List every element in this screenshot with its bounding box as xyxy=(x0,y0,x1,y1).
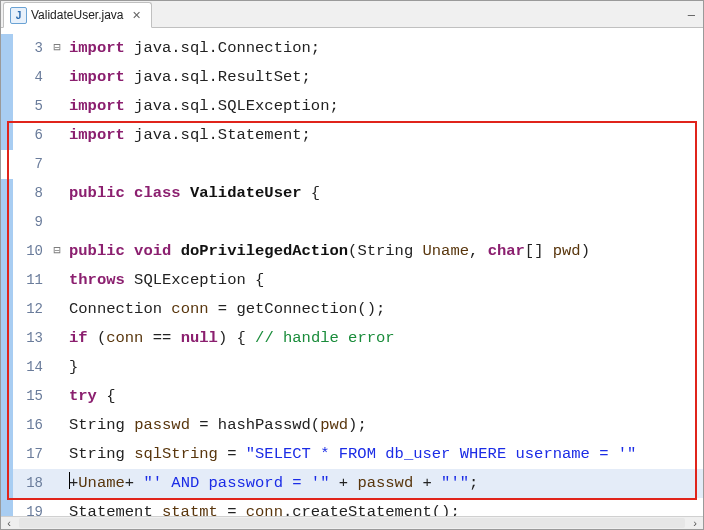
change-marker xyxy=(1,34,13,63)
line-number: 6 xyxy=(13,121,49,150)
code-line[interactable]: 9 xyxy=(1,208,703,237)
code-line[interactable]: 8public class ValidateUser { xyxy=(1,179,703,208)
code-line[interactable]: 13if (conn == null) { // handle error xyxy=(1,324,703,353)
line-number: 3 xyxy=(13,34,49,63)
fold-icon[interactable]: ⊟ xyxy=(49,34,65,63)
change-marker xyxy=(1,411,13,440)
code-line[interactable]: 14} xyxy=(1,353,703,382)
line-number: 18 xyxy=(13,469,49,498)
line-number: 11 xyxy=(13,266,49,295)
code-text[interactable]: throws SQLException { xyxy=(65,266,703,295)
line-number: 16 xyxy=(13,411,49,440)
line-number: 17 xyxy=(13,440,49,469)
scrollbar-track[interactable] xyxy=(19,518,685,528)
code-text[interactable]: public void doPrivilegedAction(String Un… xyxy=(65,237,703,266)
code-line[interactable]: 4import java.sql.ResultSet; xyxy=(1,63,703,92)
minimize-icon[interactable]: – xyxy=(688,7,695,22)
change-marker xyxy=(1,498,13,516)
scroll-right-icon[interactable]: › xyxy=(687,517,703,529)
code-text[interactable]: +Uname+ "' AND password = '" + passwd + … xyxy=(65,469,703,498)
change-marker xyxy=(1,237,13,266)
java-file-icon: J xyxy=(10,7,27,24)
code-text[interactable]: import java.sql.Statement; xyxy=(65,121,703,150)
code-line[interactable]: 18+Uname+ "' AND password = '" + passwd … xyxy=(1,469,703,498)
line-number: 7 xyxy=(13,150,49,179)
line-number: 13 xyxy=(13,324,49,353)
line-number: 12 xyxy=(13,295,49,324)
change-marker xyxy=(1,353,13,382)
code-line[interactable]: 15try { xyxy=(1,382,703,411)
line-number: 9 xyxy=(13,208,49,237)
code-text[interactable]: String sqlString = "SELECT * FROM db_use… xyxy=(65,440,703,469)
code-line[interactable]: 7 xyxy=(1,150,703,179)
code-text[interactable]: } xyxy=(65,353,703,382)
change-marker xyxy=(1,63,13,92)
change-marker xyxy=(1,92,13,121)
line-number: 4 xyxy=(13,63,49,92)
line-number: 14 xyxy=(13,353,49,382)
change-marker xyxy=(1,150,13,179)
code-text[interactable]: if (conn == null) { // handle error xyxy=(65,324,703,353)
change-marker xyxy=(1,266,13,295)
code-text[interactable]: import java.sql.Connection; xyxy=(65,34,703,63)
code-text[interactable]: String passwd = hashPasswd(pwd); xyxy=(65,411,703,440)
code-text[interactable]: Connection conn = getConnection(); xyxy=(65,295,703,324)
horizontal-scrollbar[interactable]: ‹ › xyxy=(1,516,703,529)
editor-window: J ValidateUser.java ✕ – 3⊟import java.sq… xyxy=(0,0,704,530)
code-line[interactable]: 6import java.sql.Statement; xyxy=(1,121,703,150)
code-text[interactable]: try { xyxy=(65,382,703,411)
change-marker xyxy=(1,295,13,324)
code-editor[interactable]: 3⊟import java.sql.Connection;4import jav… xyxy=(1,28,703,516)
code-text[interactable]: public class ValidateUser { xyxy=(65,179,703,208)
change-marker xyxy=(1,324,13,353)
change-marker xyxy=(1,469,13,498)
change-marker xyxy=(1,179,13,208)
code-text[interactable]: import java.sql.ResultSet; xyxy=(65,63,703,92)
change-marker xyxy=(1,208,13,237)
code-line[interactable]: 17String sqlString = "SELECT * FROM db_u… xyxy=(1,440,703,469)
code-line[interactable]: 10⊟ public void doPrivilegedAction(Strin… xyxy=(1,237,703,266)
tab-validateuser[interactable]: J ValidateUser.java ✕ xyxy=(3,2,152,28)
line-number: 8 xyxy=(13,179,49,208)
fold-icon[interactable]: ⊟ xyxy=(49,237,65,266)
code-text[interactable]: import java.sql.SQLException; xyxy=(65,92,703,121)
close-icon[interactable]: ✕ xyxy=(132,9,141,22)
change-marker xyxy=(1,440,13,469)
line-number: 10 xyxy=(13,237,49,266)
code-line[interactable]: 19Statement statmt = conn.createStatemen… xyxy=(1,498,703,516)
code-line[interactable]: 11throws SQLException { xyxy=(1,266,703,295)
tab-bar: J ValidateUser.java ✕ – xyxy=(1,1,703,28)
change-marker xyxy=(1,121,13,150)
tab-filename: ValidateUser.java xyxy=(31,8,124,22)
line-number: 5 xyxy=(13,92,49,121)
scroll-left-icon[interactable]: ‹ xyxy=(1,517,17,529)
line-number: 15 xyxy=(13,382,49,411)
code-line[interactable]: 3⊟import java.sql.Connection; xyxy=(1,34,703,63)
code-line[interactable]: 16String passwd = hashPasswd(pwd); xyxy=(1,411,703,440)
code-line[interactable]: 5import java.sql.SQLException; xyxy=(1,92,703,121)
change-marker xyxy=(1,382,13,411)
code-line[interactable]: 12Connection conn = getConnection(); xyxy=(1,295,703,324)
code-text[interactable]: Statement statmt = conn.createStatement(… xyxy=(65,498,703,516)
line-number: 19 xyxy=(13,498,49,516)
